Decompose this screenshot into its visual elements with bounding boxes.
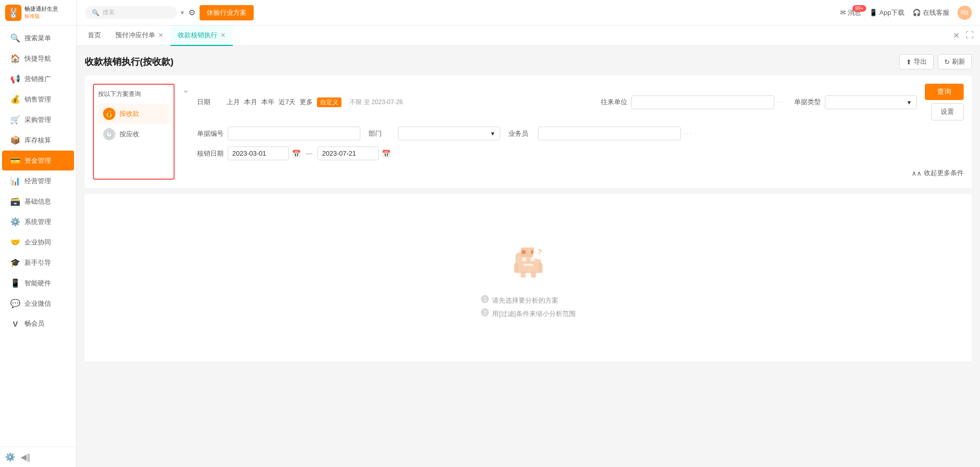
counterpart-more-icon[interactable]: ··· bbox=[776, 97, 786, 107]
sidebar-item-sales[interactable]: 💰 销售管理 bbox=[2, 89, 74, 109]
query-method-by-receivable[interactable]: 🕐 按应收 bbox=[98, 124, 169, 144]
sidebar-bottom: ⚙️ ◀‖ bbox=[0, 447, 76, 467]
sidebar-item-marketing[interactable]: 📢 营销推广 bbox=[2, 69, 74, 89]
header-dropdown-icon[interactable]: ▾ bbox=[181, 9, 184, 16]
online-service-button[interactable]: 🎧 在线客服 bbox=[913, 8, 949, 17]
collapse-up-icon: ∧∧ bbox=[912, 169, 922, 177]
sidebar-item-quicknav[interactable]: 🏠 快捷导航 bbox=[2, 48, 74, 68]
date-link-more[interactable]: 更多 bbox=[300, 97, 313, 107]
tab-collection-label: 收款核销执行 bbox=[178, 31, 217, 40]
search-placeholder: 搜索 bbox=[103, 8, 115, 17]
user-name: Rit bbox=[961, 9, 969, 16]
query-row-3: 核销日期 📅 — 📅 bbox=[197, 146, 964, 160]
sidebar: 🐰 畅捷通好生意 标准版 🔍 搜索菜单 🏠 快捷导航 📢 营销推广 💰 销售管理… bbox=[0, 0, 77, 467]
sidebar-item-wechat-label: 企业微信 bbox=[24, 299, 51, 308]
staff-field: 业务员 ··· bbox=[508, 127, 693, 140]
date-custom-badge[interactable]: 自定义 bbox=[317, 97, 341, 107]
date-link-7days[interactable]: 近7天 bbox=[279, 97, 296, 107]
date-link-this-month[interactable]: 本月 bbox=[244, 97, 257, 107]
query-method-sidebar: 按以下方案查询 💰 按收款 🕐 按应收 bbox=[93, 84, 175, 180]
date-quick-links: 上月 本月 本年 近7天 更多 自定义 bbox=[227, 97, 341, 107]
sidebar-item-inventory[interactable]: 📦 库存核算 bbox=[2, 130, 74, 150]
sidebar-item-guide[interactable]: 🎓 新手引导 bbox=[2, 253, 74, 273]
vip-icon: V bbox=[10, 319, 20, 328]
write-off-date-range: 📅 — 📅 bbox=[228, 146, 390, 160]
sidebar-item-hardware[interactable]: 📱 智能硬件 bbox=[2, 273, 74, 293]
sidebar-item-quicknav-label: 快捷导航 bbox=[24, 54, 51, 63]
inventory-icon: 📦 bbox=[10, 135, 20, 145]
tab-expand-icon[interactable]: ⛶ bbox=[964, 29, 976, 42]
sidebar-item-enterprise[interactable]: 🤝 企业协同 bbox=[2, 232, 74, 252]
doc-no-input[interactable] bbox=[228, 127, 360, 140]
header-gear-icon[interactable]: ⚙ bbox=[188, 8, 195, 17]
message-badge: 99+ bbox=[852, 5, 866, 12]
write-off-date-end-input[interactable] bbox=[317, 146, 379, 160]
industry-solution-button[interactable]: 休验行业方案 bbox=[200, 5, 254, 20]
settings-icon[interactable]: ⚙️ bbox=[5, 452, 15, 462]
date-link-this-year[interactable]: 本年 bbox=[261, 97, 275, 107]
top-header: 🔍 搜索 ▾ ⚙ 休验行业方案 ✉ 消息 99+ 📱 App下载 🎧 在线客服 … bbox=[77, 0, 980, 26]
write-off-date-field: 核销日期 📅 — 📅 bbox=[197, 146, 390, 160]
sidebar-logo: 🐰 畅捷通好生意 标准版 bbox=[0, 0, 76, 26]
tip-num-2: 2 bbox=[481, 308, 489, 316]
app-download-label: App下载 bbox=[879, 8, 904, 17]
svg-rect-6 bbox=[523, 264, 533, 266]
logo-icon: 🐰 bbox=[5, 5, 21, 21]
calendar-end-icon[interactable]: 📅 bbox=[382, 150, 390, 158]
tab-prepayment-label: 预付冲应付单 bbox=[115, 31, 155, 40]
empty-tip-1: 1 请先选择要分析的方案 bbox=[481, 294, 575, 307]
base-icon: 🗃️ bbox=[10, 196, 20, 206]
sidebar-item-base[interactable]: 🗃️ 基础信息 bbox=[2, 191, 74, 211]
write-off-date-start-input[interactable] bbox=[228, 146, 289, 160]
sidebar-item-marketing-label: 营销推广 bbox=[24, 75, 51, 84]
calendar-start-icon[interactable]: 📅 bbox=[292, 150, 301, 158]
sidebar-item-search-label: 搜索菜单 bbox=[24, 34, 51, 43]
counterpart-input[interactable] bbox=[631, 95, 774, 109]
tab-collection-close-icon[interactable]: ✕ bbox=[220, 32, 226, 39]
query-button[interactable]: 查询 bbox=[925, 84, 964, 100]
logo-text-block: 畅捷通好生意 标准版 bbox=[24, 5, 58, 19]
settings-query-button[interactable]: 设置 bbox=[931, 103, 964, 120]
doc-type-label: 单据类型 bbox=[794, 97, 821, 107]
collapse-sidebar-icon[interactable]: ◀‖ bbox=[20, 452, 31, 462]
date-link-last-month[interactable]: 上月 bbox=[227, 97, 240, 107]
svg-rect-7 bbox=[514, 263, 518, 273]
tab-collection[interactable]: 收款核销执行 ✕ bbox=[170, 26, 233, 46]
dept-select[interactable]: ▾ bbox=[398, 127, 500, 140]
sidebar-item-base-label: 基础信息 bbox=[24, 197, 51, 206]
query-method-by-receipt[interactable]: 💰 按收款 bbox=[98, 104, 169, 124]
sidebar-item-vip[interactable]: V 畅会员 bbox=[2, 314, 74, 333]
sidebar-item-hardware-label: 智能硬件 bbox=[24, 279, 51, 288]
staff-input[interactable] bbox=[538, 127, 681, 140]
tab-prepayment[interactable]: 预付冲应付单 ✕ bbox=[108, 26, 170, 46]
header-search-bar[interactable]: 🔍 搜索 bbox=[85, 6, 177, 19]
refresh-icon: ↻ bbox=[944, 58, 950, 66]
sidebar-item-sales-label: 销售管理 bbox=[24, 95, 51, 104]
message-button[interactable]: ✉ 消息 99+ bbox=[840, 8, 861, 17]
doc-type-select[interactable]: ▾ bbox=[825, 95, 917, 109]
staff-more-icon[interactable]: ··· bbox=[683, 129, 693, 138]
tab-bar-actions: ✕ ⛶ bbox=[951, 29, 976, 42]
sidebar-item-search[interactable]: 🔍 搜索菜单 bbox=[2, 28, 74, 48]
sidebar-item-vip-label: 畅会员 bbox=[24, 319, 44, 328]
search-icon: 🔍 bbox=[92, 9, 100, 16]
sidebar-item-operation[interactable]: 📊 经营管理 bbox=[2, 171, 74, 191]
refresh-button[interactable]: ↻ 刷新 bbox=[938, 54, 972, 69]
app-download-button[interactable]: 📱 App下载 bbox=[869, 8, 904, 17]
user-avatar[interactable]: Rit bbox=[958, 6, 972, 20]
svg-point-2 bbox=[522, 250, 526, 254]
tab-prepayment-close-icon[interactable]: ✕ bbox=[158, 32, 163, 39]
sidebar-item-purchase[interactable]: 🛒 采购管理 bbox=[2, 110, 74, 130]
sidebar-nav: 🔍 搜索菜单 🏠 快捷导航 📢 营销推广 💰 销售管理 🛒 采购管理 📦 库存核… bbox=[0, 26, 76, 447]
query-collapse-button[interactable]: « bbox=[181, 86, 191, 96]
sidebar-item-wechat[interactable]: 💬 企业微信 bbox=[2, 293, 74, 313]
headset-icon: 🎧 bbox=[913, 9, 921, 16]
svg-rect-10 bbox=[531, 272, 536, 278]
tab-home[interactable]: 首页 bbox=[81, 26, 108, 46]
tab-close-action-icon[interactable]: ✕ bbox=[951, 29, 962, 42]
query-panel: 按以下方案查询 💰 按收款 🕐 按应收 « 日期 bbox=[85, 76, 972, 188]
sidebar-item-system[interactable]: ⚙️ 系统管理 bbox=[2, 212, 74, 232]
sidebar-item-finance[interactable]: 💳 资金管理 bbox=[2, 151, 74, 170]
collapse-more-conditions[interactable]: ∧∧ 收起更多条件 bbox=[197, 166, 964, 180]
export-button[interactable]: ⬆ 导出 bbox=[899, 54, 934, 69]
